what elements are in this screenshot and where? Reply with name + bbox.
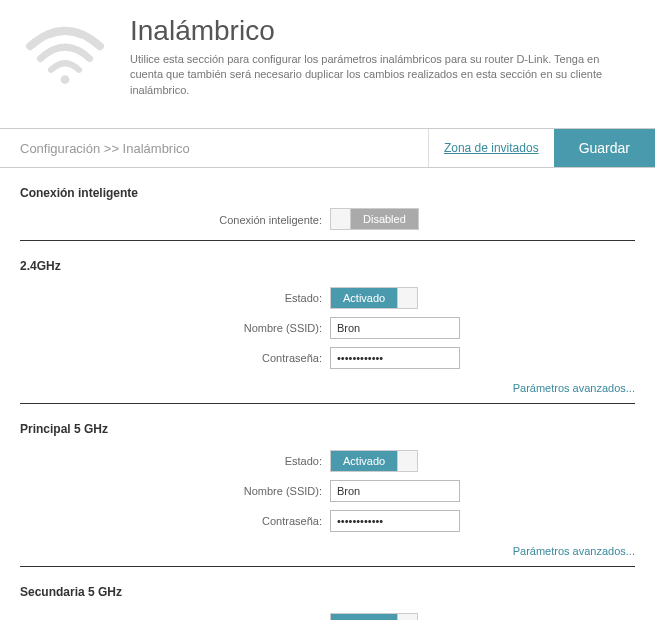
ssid-label: Nombre (SSID): [20,322,330,334]
smart-connect-title: Conexión inteligente [20,178,635,208]
page-title: Inalámbrico [130,15,635,47]
password-label: Contraseña: [20,352,330,364]
toolbar: Configuración >> Inalámbrico Zona de inv… [0,128,655,168]
state-label: Estado: [20,292,330,304]
band-5p-title: Principal 5 GHz [20,414,635,444]
password-label: Contraseña: [20,515,330,527]
guest-zone-link[interactable]: Zona de invitados [428,129,554,167]
band-5s-title: Secundaria 5 GHz [20,577,635,607]
wifi-icon [20,20,110,93]
band-5p-advanced-link[interactable]: Parámetros avanzados... [513,545,635,557]
ssid-label: Nombre (SSID): [20,485,330,497]
save-button[interactable]: Guardar [554,129,655,167]
band-5s-state-toggle[interactable]: Activado [330,613,418,620]
band-24-title: 2.4GHz [20,251,635,281]
smart-connect-toggle[interactable]: Disabled [330,208,419,230]
page-header: Inalámbrico Utilice esta sección para co… [0,0,655,128]
band-5p-ssid-input[interactable] [330,480,460,502]
band-24-password-input[interactable] [330,347,460,369]
state-label: Estado: [20,455,330,467]
breadcrumb: Configuración >> Inalámbrico [20,141,190,156]
band-24-advanced-link[interactable]: Parámetros avanzados... [513,382,635,394]
svg-point-0 [61,75,70,84]
band-5p-state-toggle[interactable]: Activado [330,450,418,472]
band-24-ssid-input[interactable] [330,317,460,339]
band-5p-password-input[interactable] [330,510,460,532]
smart-connect-label: Conexión inteligente: [20,214,330,226]
band-24-state-toggle[interactable]: Activado [330,287,418,309]
page-description: Utilice esta sección para configurar los… [130,52,635,98]
